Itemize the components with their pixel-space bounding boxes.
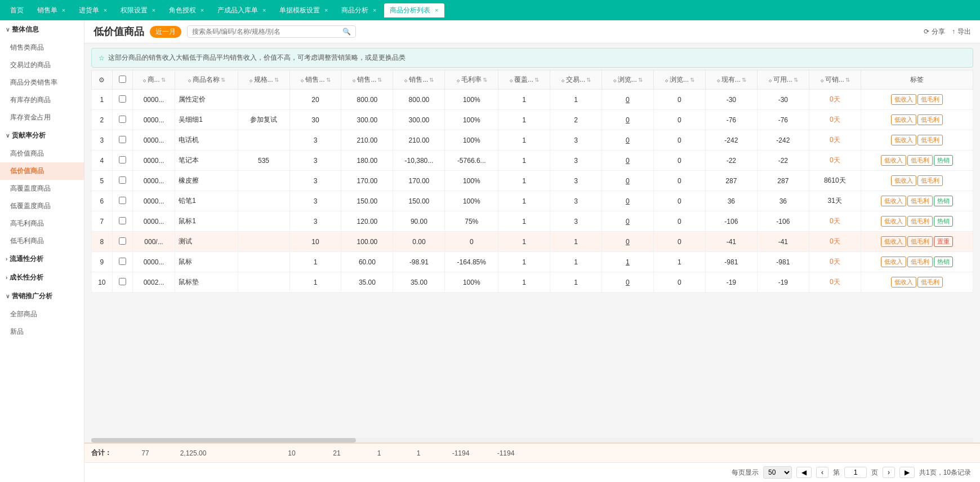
cell-checkbox[interactable] (112, 151, 132, 171)
sidebar-section-overall[interactable]: ∨ 整体信息 (0, 20, 84, 39)
cell-checkbox[interactable] (112, 272, 132, 293)
nav-tab-template[interactable]: 单据模板设置 × (274, 3, 333, 17)
col-view1[interactable]: ⬦ 浏览... ⇅ (602, 70, 653, 90)
nav-tab-home[interactable]: 首页 (5, 3, 29, 17)
sidebar-item-high-value[interactable]: 高价值商品 (0, 145, 84, 162)
col-tags[interactable]: 标签 (861, 70, 973, 90)
share-button[interactable]: ⟳ 分享 (924, 27, 945, 37)
view1-link[interactable]: 0 (626, 278, 630, 286)
nav-tab-product-analysis[interactable]: 商品分析 × (336, 3, 382, 17)
view1-link[interactable]: 0 (626, 157, 630, 165)
cell-checkbox[interactable] (112, 211, 132, 232)
last-page-button[interactable]: ▶ (899, 467, 915, 478)
row-checkbox[interactable] (119, 116, 126, 123)
cell-checkbox[interactable] (112, 171, 132, 191)
first-page-button[interactable]: ◀ (796, 467, 812, 478)
nav-tab-roles[interactable]: 角色授权 × (163, 3, 210, 17)
col-coverage[interactable]: ⬦ 覆盖... ⇅ (498, 70, 550, 90)
view1-link[interactable]: 0 (626, 177, 630, 185)
nav-tab-product-analysis-list[interactable]: 商品分析列表 × (384, 3, 444, 17)
select-all-checkbox[interactable] (119, 76, 126, 83)
row-checkbox[interactable] (119, 258, 126, 265)
col-code[interactable]: ⬦ 商... ⇅ (132, 70, 175, 90)
row-checkbox[interactable] (119, 278, 126, 285)
close-product-analysis-tab-icon[interactable]: × (373, 7, 376, 14)
page-number-input[interactable] (844, 467, 867, 478)
row-checkbox[interactable] (119, 95, 126, 103)
close-roles-tab-icon[interactable]: × (201, 7, 204, 14)
nav-tab-permissions[interactable]: 权限设置 × (115, 3, 161, 17)
sidebar-item-low-margin[interactable]: 低毛利商品 (0, 232, 84, 250)
cell-view1[interactable]: 0 (602, 272, 653, 293)
search-icon[interactable]: 🔍 (342, 28, 351, 36)
cell-view1[interactable]: 0 (602, 151, 653, 171)
row-checkbox[interactable] (119, 176, 126, 184)
sidebar-section-contribution[interactable]: ∨ 贡献率分析 (0, 126, 84, 145)
close-product-analysis-list-tab-icon[interactable]: × (435, 7, 438, 14)
sidebar-section-growth[interactable]: › 成长性分析 (0, 268, 84, 287)
sidebar-item-stocked-products[interactable]: 有库存的商品 (0, 91, 84, 109)
close-purchase-tab-icon[interactable]: × (104, 7, 107, 14)
sidebar-section-marketing[interactable]: ∨ 营销推广分析 (0, 287, 84, 306)
sidebar-item-new-products[interactable]: 新品 (0, 323, 84, 341)
cell-checkbox[interactable] (112, 130, 132, 151)
view1-link[interactable]: 0 (626, 136, 630, 144)
cell-checkbox[interactable] (112, 90, 132, 110)
view1-link[interactable]: 0 (626, 96, 630, 104)
col-spec[interactable]: ⬦ 规格... ⇅ (238, 70, 289, 90)
cell-view1[interactable]: 0 (602, 110, 653, 130)
sidebar-item-traded-products[interactable]: 交易过的商品 (0, 56, 84, 74)
cell-checkbox[interactable] (112, 232, 132, 252)
nav-tab-sales[interactable]: 销售单 × (32, 3, 71, 17)
horizontal-scrollbar[interactable] (91, 438, 973, 443)
col-checkbox-header[interactable] (112, 70, 132, 90)
sidebar-item-category-sales-rate[interactable]: 商品分类销售率 (0, 74, 84, 91)
view1-link[interactable]: 0 (626, 197, 630, 205)
scrollbar-thumb[interactable] (91, 438, 356, 443)
sidebar-section-liquidity[interactable]: › 流通性分析 (0, 250, 84, 268)
row-checkbox[interactable] (119, 197, 126, 204)
cell-checkbox[interactable] (112, 191, 132, 211)
nav-tab-purchase[interactable]: 进货单 × (73, 3, 113, 17)
view1-link[interactable]: 0 (626, 218, 630, 225)
cell-view1[interactable]: 0 (602, 211, 653, 232)
row-checkbox[interactable] (119, 136, 126, 143)
col-name[interactable]: ⬦ 商品名称 ⇅ (175, 70, 238, 90)
cell-view1[interactable]: 0 (602, 171, 653, 191)
view1-link[interactable]: 1 (626, 258, 630, 266)
cell-view1[interactable]: 0 (602, 130, 653, 151)
col-gross-margin[interactable]: ⬦ 毛利率 ⇅ (445, 70, 498, 90)
export-button[interactable]: ↑ 导出 (952, 27, 971, 37)
sidebar-item-high-margin[interactable]: 高毛利商品 (0, 215, 84, 232)
col-settings[interactable]: ⚙ (92, 70, 113, 90)
view1-link[interactable]: 0 (626, 116, 630, 124)
sidebar-item-inventory-funds[interactable]: 库存资金占用 (0, 109, 84, 126)
col-sellable[interactable]: ⬦ 可销... ⇅ (809, 70, 861, 90)
sidebar-item-all-products[interactable]: 全部商品 (0, 306, 84, 323)
col-transaction[interactable]: ⬦ 交易... ⇅ (550, 70, 602, 90)
close-sales-tab-icon[interactable]: × (62, 7, 65, 14)
sidebar-item-sales-products[interactable]: 销售类商品 (0, 39, 84, 56)
cell-view1[interactable]: 0 (602, 191, 653, 211)
close-permissions-tab-icon[interactable]: × (152, 7, 155, 14)
view1-link[interactable]: 0 (626, 238, 630, 246)
sidebar-item-high-coverage[interactable]: 高覆盖度商品 (0, 180, 84, 197)
col-current-stock[interactable]: ⬦ 现有... ⇅ (705, 70, 757, 90)
cell-view1[interactable]: 0 (602, 232, 653, 252)
row-checkbox[interactable] (119, 217, 126, 224)
nav-tab-product-storage[interactable]: 产成品入库单 × (212, 3, 271, 17)
search-input[interactable] (192, 28, 342, 36)
period-button[interactable]: 近一月 (150, 26, 181, 38)
close-template-tab-icon[interactable]: × (324, 7, 328, 14)
col-view2[interactable]: ⬦ 浏览... ⇅ (653, 70, 705, 90)
cell-checkbox[interactable] (112, 252, 132, 272)
close-product-storage-tab-icon[interactable]: × (262, 7, 266, 14)
sidebar-item-low-coverage[interactable]: 低覆盖度商品 (0, 197, 84, 215)
sidebar-item-low-value[interactable]: 低价值商品 (0, 162, 84, 180)
next-page-button[interactable]: › (883, 467, 895, 478)
cell-view1[interactable]: 1 (602, 252, 653, 272)
row-checkbox[interactable] (119, 156, 126, 163)
cell-view1[interactable]: 0 (602, 90, 653, 110)
prev-page-button[interactable]: ‹ (816, 467, 828, 478)
col-sales-profit[interactable]: ⬦ 销售... ⇅ (393, 70, 445, 90)
